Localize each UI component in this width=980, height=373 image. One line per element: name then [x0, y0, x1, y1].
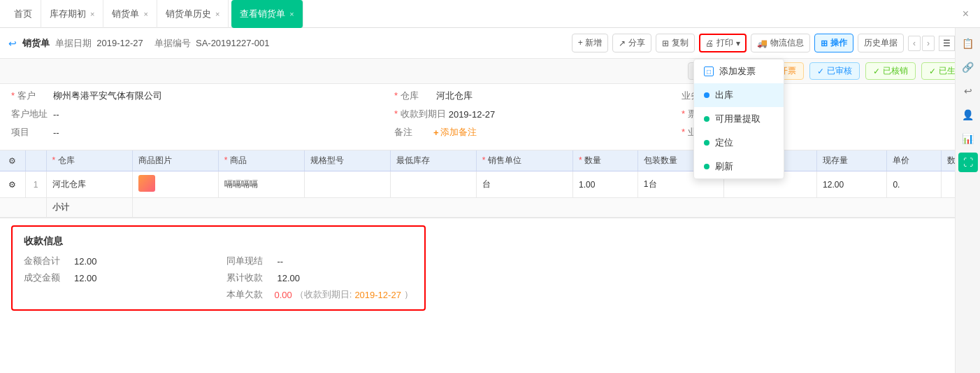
refresh-label: 刷新	[715, 160, 733, 173]
locate-label: 定位	[715, 136, 733, 149]
tab-sales-history[interactable]: 销货单历史 ×	[157, 0, 229, 28]
window-close-button[interactable]: ×	[957, 8, 974, 20]
tab-sales-history-label: 销货单历史	[166, 8, 211, 20]
refresh-dot	[704, 164, 709, 169]
tab-sales-history-close[interactable]: ×	[215, 10, 219, 18]
bottom-panel: 收款信息 金额合计 12.00 同单现结 -- 成交金额 12.00	[0, 218, 980, 318]
copy-icon: ⊞	[662, 38, 669, 48]
doc-icon: ↩	[8, 38, 17, 49]
tab-home-label: 首页	[14, 8, 32, 20]
new-button[interactable]: + 新增	[572, 34, 608, 52]
right-sidebar: 📋 🔗 ↩ 👤 📊 ⛶	[955, 28, 980, 373]
tab-sales[interactable]: 销货单 ×	[103, 0, 157, 28]
sidebar-chart-icon[interactable]: 📊	[958, 129, 978, 148]
col-current-stock: 现存量	[817, 150, 887, 171]
view-list[interactable]: ☰	[939, 36, 955, 51]
cancelled-button[interactable]: ✓ 已核销	[865, 62, 916, 80]
tab-sales-label: 销货单	[112, 8, 139, 20]
this-order-note: （收款到期日:	[295, 288, 352, 301]
row-warehouse: 河北仓库	[46, 171, 132, 198]
print-dropdown-arrow: ▾	[736, 38, 740, 48]
this-order-row: 本单欠款 0.00 （收款到期日: 2019-12-27 ）	[226, 288, 412, 301]
due-date-value: 2019-12-27	[449, 109, 682, 120]
outbound-label: 出库	[715, 89, 733, 101]
cumulative-label: 累计收款	[226, 272, 271, 284]
share-icon: ↗	[619, 38, 626, 48]
tab-check-sales[interactable]: 查看销货单 ×	[231, 0, 303, 28]
add-invoice-item[interactable]: □ 添加发票	[694, 59, 784, 83]
product-table-wrapper: ⚙ 仓库 商品图片 商品 规格型号 最低库存 销售单位 数量 包装数量 可用量 …	[0, 150, 980, 218]
outbound-dot	[704, 92, 709, 98]
tab-sales-close[interactable]: ×	[143, 10, 147, 18]
copy-button[interactable]: ⊞ 复制	[656, 34, 695, 52]
due-date-label: 收款到期日	[394, 108, 446, 120]
total-row: 金额合计 12.00	[24, 255, 210, 267]
sidebar-user-icon[interactable]: 👤	[958, 105, 978, 125]
col-min-stock: 最低库存	[390, 150, 476, 171]
sidebar-expand-icon[interactable]: ⛶	[958, 153, 978, 172]
invoice-icon: □	[704, 66, 714, 76]
subtotal-values	[132, 198, 979, 218]
tab-inventory-close[interactable]: ×	[90, 10, 94, 18]
number-meta: 单据编号 SA-20191227-001	[154, 37, 270, 50]
add-note-button[interactable]: 添加备注	[433, 126, 477, 139]
prev-arrow[interactable]: ‹	[908, 36, 921, 51]
main-content: ↩ 销货单 单据日期 2019-12-27 单据编号 SA-20191227-0…	[0, 28, 980, 373]
tab-check-sales-close[interactable]: ×	[289, 10, 294, 18]
effective-icon: ✓	[929, 66, 936, 76]
address-label: 客户地址	[11, 108, 50, 120]
outbound-item[interactable]: 出库	[694, 83, 784, 107]
available-qty-item[interactable]: 可用量提取	[694, 107, 784, 131]
sidebar-refresh-icon[interactable]: ↩	[958, 81, 978, 101]
row-unit: 台	[476, 171, 572, 198]
project-field: 项目 --	[11, 126, 394, 139]
cumulative-row: 累计收款 12.00	[226, 272, 412, 284]
doc-title-area: ↩ 销货单	[8, 37, 50, 50]
form-area: 客户 柳州粤港平安气体有限公司 仓库 河北仓库 业务员 演示账号 客户地址 --	[0, 84, 980, 150]
next-arrow[interactable]: ›	[922, 36, 935, 51]
sidebar-link-icon[interactable]: 🔗	[958, 57, 978, 77]
confirm-button[interactable]: ✓ 已审核	[809, 62, 860, 80]
locate-item[interactable]: 定位	[694, 131, 784, 155]
this-order-date: 2019-12-27	[354, 290, 401, 300]
grid-icon: ⊞	[821, 38, 828, 48]
subtotal-label	[0, 198, 46, 218]
toolbar-actions: + 新增 ↗ 分享 ⊞ 复制 🖨 打印 ▾ 🚚 物流信息	[572, 34, 972, 52]
warehouse-value: 河北仓库	[436, 90, 682, 102]
tab-home[interactable]: 首页	[6, 0, 41, 28]
doc-meta: 单据日期 2019-12-27 单据编号 SA-20191227-001	[55, 37, 270, 50]
status-bar: 📱 来自手机 ● 未开票 ✓ 已审核 ✓ 已核销 ✓ 已生效	[0, 59, 980, 84]
tab-check-sales-label: 查看销货单	[240, 8, 285, 20]
available-qty-label: 可用量提取	[715, 113, 761, 125]
locate-dot	[704, 140, 709, 146]
doc-type: 销货单	[22, 37, 50, 50]
col-quantity: 数量	[573, 150, 638, 171]
logistics-button[interactable]: 🚚 物流信息	[751, 34, 810, 52]
print-button[interactable]: 🖨 打印 ▾	[699, 34, 747, 52]
refresh-item[interactable]: 刷新	[694, 155, 784, 178]
form-row-3: 项目 -- 备注 添加备注 业务员孟 --	[11, 126, 969, 139]
due-date-field: 收款到期日 2019-12-27	[394, 108, 682, 120]
project-label: 项目	[11, 126, 50, 139]
customer-value: 柳州粤港平安气体有限公司	[53, 90, 394, 102]
history-button[interactable]: 历史单据	[858, 34, 904, 52]
row-settings[interactable]: ⚙	[0, 171, 25, 198]
this-order-value: 0.00	[274, 290, 291, 300]
col-settings: ⚙	[0, 150, 25, 171]
share-button[interactable]: ↗ 分享	[612, 34, 651, 52]
dropdown-menu: □ 添加发票 出库 可用量提取 定位 刷新	[693, 59, 784, 179]
date-label: 单据日期	[55, 38, 92, 48]
customer-label: 客户	[11, 90, 50, 102]
payment-grid: 金额合计 12.00 同单现结 -- 成交金额 12.00 累计收款 12.00	[24, 255, 413, 301]
payment-title: 收款信息	[24, 235, 413, 248]
add-invoice-label: 添加发票	[719, 65, 756, 78]
tab-inventory[interactable]: 库存期初 ×	[41, 0, 103, 28]
nav-arrows: ‹ ›	[908, 36, 935, 51]
operate-button[interactable]: ⊞ 操作	[814, 34, 853, 52]
date-value: 2019-12-27	[96, 38, 143, 48]
row-image	[132, 171, 218, 198]
sidebar-doc-icon[interactable]: 📋	[958, 34, 978, 53]
row-spec	[304, 171, 390, 198]
same-order-row: 同单现结 --	[226, 255, 412, 267]
row-unit-price: 0.	[887, 171, 942, 198]
